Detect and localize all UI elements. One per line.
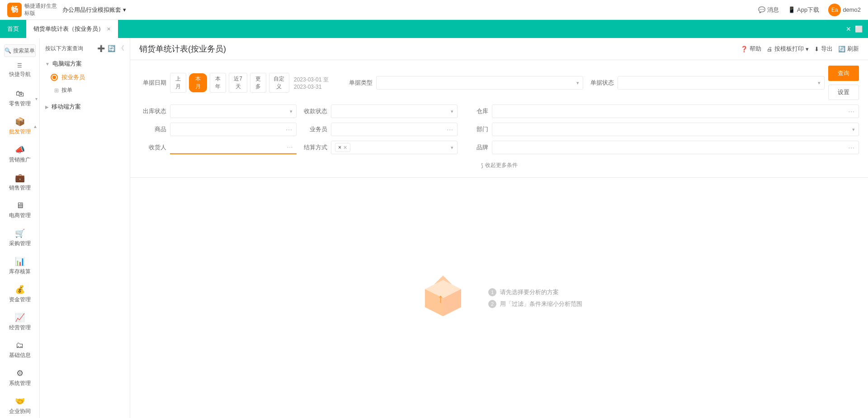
print-icon: 🖨 [767, 46, 773, 52]
date-more[interactable]: 更多 [250, 73, 266, 93]
sidebar-item-finance[interactable]: 💰 资金管理 [0, 280, 39, 308]
sidebar-item-inventory[interactable]: 📊 库存核算 [0, 252, 39, 280]
settlement-select[interactable]: × ✕ ▾ [331, 141, 458, 154]
tab-close-icon[interactable]: ✕ [107, 26, 111, 32]
svg-text:↑: ↑ [438, 291, 444, 305]
date-this-month[interactable]: 本月 [189, 73, 207, 92]
tab-sales-stat[interactable]: 销货单统计表（按业务员） ✕ [26, 20, 118, 38]
sidebar-item-system[interactable]: ⚙ 系统管理 [0, 364, 39, 392]
tab-home[interactable]: 首页 [0, 20, 26, 38]
payment-status-select[interactable]: ▾ [331, 104, 458, 118]
date-last-month[interactable]: 上月 [170, 73, 186, 93]
desktop-scheme-title[interactable]: ▼ 电脑端方案 [40, 57, 130, 71]
query-button[interactable]: 查询 [828, 66, 859, 81]
settlement-arrow: ▾ [451, 145, 453, 151]
date-label: 单据日期 [139, 79, 166, 87]
search-menu-button[interactable]: 🔍 搜索菜单 [4, 44, 36, 57]
doc-type-select[interactable]: ▾ [376, 76, 583, 90]
sidebar-item-ops[interactable]: 📈 经营管理 [0, 308, 39, 336]
doc-status-select[interactable]: ▾ [618, 76, 825, 90]
template-print-button[interactable]: 🖨 按模板打印 ▾ [767, 45, 809, 53]
empty-tip-1: 1 请先选择要分析的方案 [488, 288, 582, 296]
action-buttons: 查询 设置 [828, 66, 859, 100]
tab-maximize-area: ✕ ⬜ [846, 25, 868, 33]
sidebar-item-marketing[interactable]: 📣 营销推广 [0, 140, 39, 168]
brand-dots: ··· [848, 144, 855, 151]
brand-label: 品牌 [461, 143, 488, 152]
sidebar-item-purchase[interactable]: 🛒 采购管理 [0, 224, 39, 252]
doc-type-arrow: ▾ [576, 80, 579, 86]
warehouse-dots: ··· [848, 108, 855, 115]
filter-panel: 按以下方案查询 ➕ 🔄 《 ▼ 电脑端方案 按业务员 ⊞ 按 [40, 38, 130, 418]
quick-nav-button[interactable]: ☰ 快捷导航 [0, 60, 39, 81]
breadcrumb-text: 办公用品行业模拟账套 [62, 6, 121, 14]
app-download-action[interactable]: 📱 App下载 [788, 6, 819, 14]
receiver-dots: ··· [287, 144, 293, 150]
sidebar-item-collab[interactable]: 🤝 企业协同 [0, 392, 39, 418]
collapse-button[interactable]: ⟆ 收起更多条件 [139, 159, 859, 172]
receiver-input[interactable] [174, 144, 287, 151]
user-action[interactable]: Ea demo2 [828, 4, 861, 16]
goods-select[interactable]: ··· [170, 123, 297, 136]
desktop-scheme-section: ▼ 电脑端方案 按业务员 ⊞ 按单 [40, 55, 130, 98]
purchase-icon: 🛒 [15, 228, 25, 238]
message-action[interactable]: 💬 消息 [758, 6, 779, 14]
refresh-button[interactable]: 🔄 刷新 [838, 45, 859, 53]
mobile-scheme-title[interactable]: ▶ 移动端方案 [40, 100, 130, 114]
setting-button[interactable]: 设置 [828, 85, 859, 100]
top-bar: 畅 畅捷通好生意 标版 办公用品行业模拟账套 ▾ 💬 消息 📱 App下载 Ea… [0, 0, 868, 20]
refresh-icon: 🔄 [838, 46, 845, 52]
filter-row-3: 商品 ··· 业务员 ··· 部门 ▾ [139, 123, 859, 136]
refresh-scheme-icon[interactable]: 🔄 [108, 45, 115, 52]
sidebar-item-sales[interactable]: 💼 销售管理 [0, 168, 39, 196]
date-custom[interactable]: 自定义 [269, 73, 289, 93]
salesperson-label: 业务员 [300, 125, 327, 133]
sidebar-item-wholesale[interactable]: 📦 批发管理 ▲ [0, 112, 39, 140]
collab-icon: 🤝 [15, 396, 25, 406]
filter-row-2: 出库状态 ▾ 收款状态 ▾ 仓库 ··· [139, 104, 859, 118]
arrow-right-icon: ▶ [45, 104, 49, 109]
sidebar-item-retail[interactable]: 🛍 零售管理 ▾ [0, 85, 39, 112]
inventory-icon: 📊 [15, 256, 25, 266]
empty-state-inner: ↑ 1 请先选择要分析的方案 2 用「过滤」条件来缩小分析范围 [416, 271, 582, 325]
salesperson-dots: ··· [447, 126, 453, 133]
page-actions: ❓ 帮助 🖨 按模板打印 ▾ ⬇ 导出 🔄 刷新 [741, 45, 859, 58]
out-status-arrow: ▾ [290, 109, 292, 114]
page-header: 销货单统计表(按业务员) ❓ 帮助 🖨 按模板打印 ▾ ⬇ 导出 [130, 38, 868, 60]
date-last-7days[interactable]: 近7天 [229, 73, 247, 93]
settlement-close-icon[interactable]: ✕ [343, 145, 347, 151]
expand-icon: ▲ [33, 124, 38, 129]
out-status-select[interactable]: ▾ [170, 104, 297, 118]
mobile-scheme-section: ▶ 移动端方案 [40, 98, 130, 115]
salesperson-select[interactable]: ··· [331, 123, 458, 136]
collapse-panel-icon[interactable]: 《 [118, 44, 124, 52]
tip-num-1: 1 [488, 288, 496, 296]
doc-status-group: 单据状态 ▾ [587, 76, 825, 90]
brand-select[interactable]: ··· [492, 141, 859, 154]
radio-filled-icon [51, 74, 58, 81]
doc-status-label: 单据状态 [587, 79, 614, 87]
out-status-label: 出库状态 [139, 107, 166, 115]
close-window-icon[interactable]: ✕ [846, 25, 851, 33]
sidebar-item-ecom[interactable]: 🖥 电商管理 [0, 196, 39, 224]
scheme-by-salesperson[interactable]: 按业务员 [40, 71, 130, 84]
empty-tip-2: 2 用「过滤」条件来缩小分析范围 [488, 300, 582, 308]
warehouse-select[interactable]: ··· [492, 104, 859, 118]
export-icon: ⬇ [814, 46, 819, 52]
page-title: 销货单统计表(按业务员) [139, 43, 226, 60]
dept-select[interactable]: ▾ [492, 123, 859, 136]
search-icon: 🔍 [5, 48, 11, 54]
tip-num-2: 2 [488, 300, 496, 308]
scheme-by-order[interactable]: ⊞ 按单 [40, 84, 130, 96]
filter-row-4: 收货人 ··· 结算方式 × ✕ ▾ 品牌 [139, 141, 859, 154]
export-button[interactable]: ⬇ 导出 [814, 45, 833, 53]
filter-form: 单据日期 上月 本月 本年 近7天 更多 自定义 2023-03-01 至 20… [130, 60, 868, 178]
sidebar-item-basic[interactable]: 🗂 基础信息 [0, 336, 39, 364]
date-this-year[interactable]: 本年 [210, 73, 226, 93]
add-scheme-icon[interactable]: ➕ [97, 45, 105, 52]
breadcrumb-selector[interactable]: 办公用品行业模拟账套 ▾ [62, 6, 126, 14]
maximize-icon[interactable]: ⬜ [855, 25, 863, 33]
print-arrow-icon: ▾ [806, 46, 809, 52]
help-button[interactable]: ❓ 帮助 [741, 45, 761, 53]
arrow-down-icon: ▼ [45, 62, 50, 66]
